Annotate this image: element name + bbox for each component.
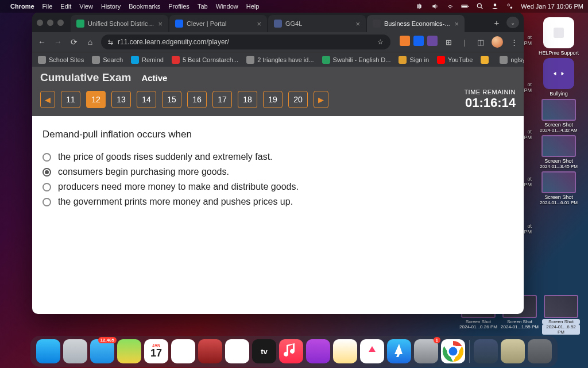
desktop-icon[interactable]: Bullying	[536, 58, 582, 97]
bookmark-item[interactable]: YouTube	[437, 56, 473, 64]
dock-app-tv[interactable]: tv	[252, 339, 276, 363]
answer-option[interactable]: consumers begin purchasing more goods.	[42, 167, 513, 177]
browser-tab[interactable]: Clever | Portal×	[169, 15, 267, 32]
browser-tab[interactable]: GG4L×	[268, 15, 366, 32]
extension-icon[interactable]	[427, 36, 438, 46]
bookmark-item[interactable]: Search	[92, 56, 123, 64]
radio-icon[interactable]	[42, 183, 51, 191]
extension-icon[interactable]	[413, 36, 424, 46]
dock-app-settings[interactable]: 1	[414, 339, 438, 363]
close-tab-icon[interactable]: ×	[355, 20, 360, 28]
bookmark-item[interactable]: nglsync - Google...	[500, 56, 524, 64]
chrome-menu-icon[interactable]: ⋮	[509, 37, 519, 47]
question-number-button[interactable]: 11	[61, 91, 80, 108]
dock-app-appstore[interactable]	[387, 339, 411, 363]
menu-file[interactable]: File	[42, 3, 53, 10]
extension-icon[interactable]	[400, 36, 410, 46]
question-prev-button[interactable]: ◀	[40, 91, 55, 108]
window-controls[interactable]	[37, 20, 64, 26]
dock-app-reminders[interactable]	[225, 339, 249, 363]
question-number-button[interactable]: 16	[187, 91, 207, 108]
svg-point-4	[478, 3, 482, 7]
dock-app-finder[interactable]	[36, 339, 60, 363]
dock-app-maps[interactable]	[117, 339, 141, 363]
bookmark-item[interactable]: 5 Best Cornstarch...	[172, 56, 238, 64]
menu-edit[interactable]: Edit	[60, 3, 71, 10]
desktop-screenshot[interactable]: Screen Shot2024-01...6.52 PM	[542, 295, 580, 335]
question-number-button[interactable]: 12	[86, 91, 106, 108]
back-button[interactable]: ←	[37, 37, 47, 47]
close-tab-icon[interactable]: ×	[158, 20, 163, 28]
menu-profiles[interactable]: Profiles	[168, 3, 189, 10]
menu-tab[interactable]: Tab	[198, 3, 208, 10]
menu-bookmarks[interactable]: Bookmarks	[129, 3, 160, 10]
radio-icon[interactable]	[42, 168, 51, 177]
question-number-button[interactable]: 13	[111, 91, 131, 108]
dock-app-news[interactable]	[360, 339, 384, 363]
desktop-icon[interactable]: Screen Shot2024-01...6.01 PM	[536, 171, 582, 205]
desktop-icon[interactable]: Screen Shot2024-01...8.45 PM	[536, 135, 582, 169]
browser-tab[interactable]: Unified School District No. 50×	[71, 15, 168, 32]
bookmark-item[interactable]: Remind	[131, 56, 164, 64]
menu-view[interactable]: View	[79, 3, 93, 10]
menu-help[interactable]: Help	[246, 3, 260, 10]
question-next-button[interactable]: ▶	[314, 91, 328, 108]
forward-button[interactable]: →	[53, 37, 63, 47]
dock-app-podcasts[interactable]	[306, 339, 330, 363]
browser-tab[interactable]: Business Economics-CR (KC)×	[367, 15, 465, 32]
question-number-button[interactable]: 20	[288, 91, 308, 108]
dock-app-calendar[interactable]: JAN17	[144, 339, 168, 363]
extensions-icon[interactable]: ⊞	[443, 37, 454, 47]
bookmark-item[interactable]: Swahili - English D...	[322, 56, 391, 64]
menu-window[interactable]: Window	[216, 3, 238, 10]
answer-option[interactable]: producers need more money to make and di…	[42, 182, 513, 192]
bookmark-item[interactable]: Sign in	[399, 56, 429, 64]
spotlight-icon[interactable]	[476, 2, 484, 10]
bookmark-item[interactable]: 2 triangles have id...	[246, 56, 314, 64]
question-number-button[interactable]: 18	[238, 91, 257, 108]
dock-app-chrome[interactable]	[441, 339, 465, 363]
url-field[interactable]: ⇆ r11.core.learn.edgenuity.com/player/ ☆	[101, 34, 390, 49]
question-number-button[interactable]: 17	[212, 91, 232, 108]
question-number-button[interactable]: 14	[137, 91, 156, 108]
users-icon[interactable]	[491, 2, 499, 10]
radio-icon[interactable]	[42, 153, 51, 162]
radio-icon[interactable]	[42, 198, 51, 206]
answer-option[interactable]: the price of goods rises suddenly and ex…	[42, 152, 513, 162]
site-info-icon[interactable]: ⇆	[108, 39, 113, 46]
reload-button[interactable]: ⟳	[69, 37, 79, 47]
dock-app-music[interactable]	[279, 339, 303, 363]
dock-app-mail[interactable]: 12,465	[90, 339, 114, 363]
dock-app-launchpad[interactable]	[63, 339, 87, 363]
dock-app-photos[interactable]	[171, 339, 195, 363]
control-center-icon[interactable]	[506, 2, 514, 10]
bookmark-item[interactable]	[481, 56, 492, 64]
battery-icon[interactable]	[461, 2, 469, 10]
menubar-app[interactable]: Chrome	[10, 3, 34, 10]
bookmark-star-icon[interactable]: ☆	[377, 38, 384, 46]
question-number-button[interactable]: 19	[263, 91, 283, 108]
home-button[interactable]: ⌂	[85, 37, 95, 47]
wifi-icon[interactable]	[446, 2, 454, 10]
dock-app-trash[interactable]	[528, 339, 552, 363]
bookmark-item[interactable]: School Sites	[38, 56, 84, 64]
menubar-datetime[interactable]: Wed Jan 17 10:06 PM	[521, 3, 583, 10]
desktop-icon[interactable]: Screen Shot2024-01...4.32 AM	[536, 99, 582, 133]
control-strip-icon[interactable]	[416, 2, 424, 10]
sidepanel-icon[interactable]: ◫	[475, 37, 486, 47]
dock-app-board[interactable]	[501, 339, 525, 363]
tabs-dropdown[interactable]: ⌄	[506, 17, 519, 28]
dock-app-self-service[interactable]	[198, 339, 222, 363]
close-tab-icon[interactable]: ×	[454, 20, 459, 28]
question-number-button[interactable]: 15	[162, 91, 181, 108]
new-tab-button[interactable]: +	[489, 18, 504, 28]
menu-history[interactable]: History	[101, 3, 121, 10]
dock-app-notes[interactable]	[333, 339, 357, 363]
desktop-icon[interactable]: HELPme Support	[536, 17, 582, 56]
dock-app-screenshot[interactable]	[474, 339, 498, 363]
profile-avatar[interactable]	[492, 36, 503, 48]
option-text: the price of goods rises suddenly and ex…	[58, 152, 273, 162]
answer-option[interactable]: the government prints more money and pus…	[42, 197, 513, 207]
close-tab-icon[interactable]: ×	[257, 20, 261, 28]
volume-icon[interactable]	[431, 2, 439, 10]
